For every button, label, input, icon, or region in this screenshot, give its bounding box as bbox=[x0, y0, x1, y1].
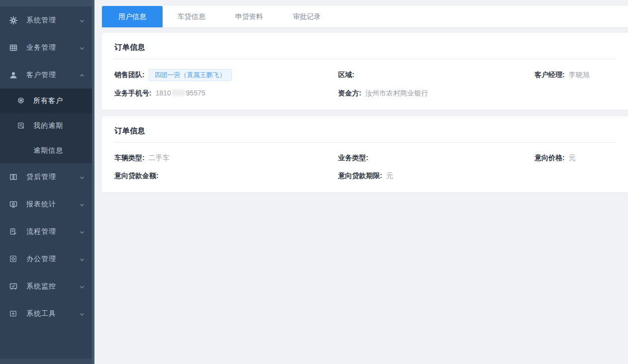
grid-icon bbox=[9, 44, 17, 52]
field-funder: 资金方:汝州市农村商业银行 bbox=[338, 89, 535, 98]
tab-approval-records[interactable]: 审批记录 bbox=[278, 6, 336, 27]
detail-cards: 订单信息销售团队:四团一营（直属王鹏飞）区域:客户经理:李晓旭业务手机号:181… bbox=[102, 33, 628, 192]
field-row: 车辆类型:二手车业务类型:意向价格:元 bbox=[114, 153, 616, 164]
gear-icon bbox=[9, 16, 17, 24]
chevron-down-icon bbox=[79, 201, 85, 207]
card-section-0: 订单信息销售团队:四团一营（直属王鹏飞）区域:客户经理:李晓旭业务手机号:181… bbox=[102, 33, 628, 110]
tab-user-info[interactable]: 用户信息 bbox=[102, 6, 163, 27]
field-label: 意向贷款金额: bbox=[114, 172, 159, 180]
field-account-manager: 客户经理:李晓旭 bbox=[535, 71, 616, 80]
field-row: 销售团队:四团一营（直属王鹏飞）区域:客户经理:李晓旭 bbox=[114, 69, 616, 81]
field-intended-price: 意向价格:元 bbox=[535, 154, 616, 163]
sidebar-item-label: 客户管理 bbox=[26, 71, 79, 80]
open-book-icon bbox=[9, 173, 17, 181]
field-value: 李晓旭 bbox=[569, 71, 590, 79]
field-business-type: 业务类型: bbox=[338, 154, 535, 163]
sidebar-item-system-tools[interactable]: 系统工具 bbox=[0, 300, 92, 327]
tab-car-loan-info[interactable]: 车贷信息 bbox=[163, 6, 220, 27]
sidebar-item-process-management[interactable]: 流程管理 bbox=[0, 218, 92, 245]
sidebar-item-report-statistics[interactable]: 报表统计 bbox=[0, 190, 92, 218]
sidebar-scrollbar[interactable] bbox=[92, 0, 94, 364]
field-label: 业务手机号: bbox=[114, 89, 152, 97]
tab-bar: 用户信息车贷信息申贷资料审批记录 bbox=[102, 6, 628, 28]
main-content: 用户信息车贷信息申贷资料审批记录 订单信息销售团队:四团一营（直属王鹏飞）区域:… bbox=[94, 0, 628, 364]
sidebar-item-label: 办公管理 bbox=[26, 255, 79, 264]
sidebar: 系统管理业务管理客户管理所有客户我的逾期逾期信息贷后管理报表统计流程管理办公管理… bbox=[0, 0, 92, 364]
sidebar-item-system-monitor[interactable]: 系统监控 bbox=[0, 273, 92, 300]
sidebar-item-label: 所有客户 bbox=[33, 96, 85, 105]
box-plus-icon bbox=[9, 310, 17, 318]
sidebar-menu: 系统管理业务管理客户管理所有客户我的逾期逾期信息贷后管理报表统计流程管理办公管理… bbox=[0, 6, 92, 327]
sidebar-item-overdue-info[interactable]: 逾期信息 bbox=[0, 138, 92, 163]
field-label: 意向价格: bbox=[535, 154, 565, 162]
field-row: 意向贷款金额:意向贷款期限:元 bbox=[114, 171, 616, 182]
sidebar-item-label: 贷后管理 bbox=[26, 173, 79, 182]
chevron-down-icon bbox=[79, 256, 85, 262]
app-window: 系统管理业务管理客户管理所有客户我的逾期逾期信息贷后管理报表统计流程管理办公管理… bbox=[0, 0, 628, 364]
field-business-phone: 业务手机号:181095575 bbox=[114, 89, 338, 98]
field-label: 区域: bbox=[338, 71, 355, 79]
sidebar-item-customer-management[interactable]: 客户管理 bbox=[0, 61, 92, 89]
field-label: 业务类型: bbox=[338, 154, 368, 162]
chevron-down-icon bbox=[79, 311, 85, 317]
chevron-up-icon bbox=[79, 72, 85, 78]
wheel-icon bbox=[17, 97, 25, 105]
field-intended-loan-amount: 意向贷款金额: bbox=[114, 172, 338, 181]
monitor-check-icon bbox=[9, 282, 17, 290]
sidebar-item-office-management[interactable]: 办公管理 bbox=[0, 245, 92, 273]
section-title: 订单信息 bbox=[114, 43, 616, 59]
field-intended-loan-term: 意向贷款期限:元 bbox=[338, 172, 535, 181]
field-label: 客户经理: bbox=[535, 71, 565, 79]
sidebar-item-label: 系统监控 bbox=[26, 282, 79, 291]
sidebar-item-label: 系统工具 bbox=[26, 309, 79, 318]
sidebar-item-label: 逾期信息 bbox=[33, 146, 85, 155]
field-vehicle-type: 车辆类型:二手车 bbox=[114, 154, 338, 163]
sidebar-item-post-loan-management[interactable]: 贷后管理 bbox=[0, 163, 92, 190]
field-label: 资金方: bbox=[338, 89, 361, 97]
submenu-customer-management: 所有客户我的逾期逾期信息 bbox=[0, 89, 92, 163]
field-value: 元 bbox=[569, 154, 576, 162]
tab-loan-application-docs[interactable]: 申贷资料 bbox=[220, 6, 278, 27]
sidebar-item-label: 我的逾期 bbox=[33, 121, 85, 130]
field-region: 区域: bbox=[338, 71, 535, 80]
chevron-down-icon bbox=[79, 283, 85, 289]
field-row: 业务手机号:181095575资金方:汝州市农村商业银行 bbox=[114, 88, 616, 99]
sidebar-bottom-strip bbox=[0, 359, 92, 364]
sidebar-top-strip bbox=[0, 0, 92, 6]
square-circle-icon bbox=[9, 255, 17, 263]
field-value: 汝州市农村商业银行 bbox=[365, 89, 428, 97]
sidebar-item-my-overdue[interactable]: 我的逾期 bbox=[0, 113, 92, 138]
sidebar-item-label: 系统管理 bbox=[26, 16, 79, 25]
field-label: 销售团队: bbox=[114, 71, 145, 79]
chevron-down-icon bbox=[79, 45, 85, 51]
user-icon bbox=[9, 71, 17, 79]
sidebar-item-system-management[interactable]: 系统管理 bbox=[0, 6, 92, 34]
field-label: 车辆类型: bbox=[114, 154, 145, 162]
field-value: 元 bbox=[386, 172, 393, 180]
sidebar-item-label: 报表统计 bbox=[26, 200, 79, 209]
ledger-icon bbox=[17, 122, 25, 130]
card-section-1: 订单信息车辆类型:二手车业务类型:意向价格:元意向贷款金额:意向贷款期限:元 bbox=[102, 116, 628, 192]
sidebar-item-label: 业务管理 bbox=[26, 43, 79, 52]
section-title: 订单信息 bbox=[114, 126, 616, 143]
field-value: 二手车 bbox=[149, 154, 170, 162]
tag-sales-team: 四团一营（直属王鹏飞） bbox=[149, 69, 232, 81]
field-value-redacted: 181095575 bbox=[156, 89, 205, 97]
monitor-icon bbox=[9, 200, 17, 208]
chevron-down-icon bbox=[79, 229, 85, 235]
field-sales-team: 销售团队:四团一营（直属王鹏飞） bbox=[114, 69, 338, 81]
redaction-blur bbox=[172, 90, 185, 96]
sidebar-item-label: 流程管理 bbox=[26, 227, 79, 236]
sidebar-item-business-management[interactable]: 业务管理 bbox=[0, 34, 92, 61]
sidebar-item-all-customers[interactable]: 所有客户 bbox=[0, 89, 92, 113]
chevron-down-icon bbox=[79, 174, 85, 180]
clipboard-icon bbox=[9, 228, 17, 236]
chevron-down-icon bbox=[79, 17, 85, 23]
field-label: 意向贷款期限: bbox=[338, 172, 382, 180]
